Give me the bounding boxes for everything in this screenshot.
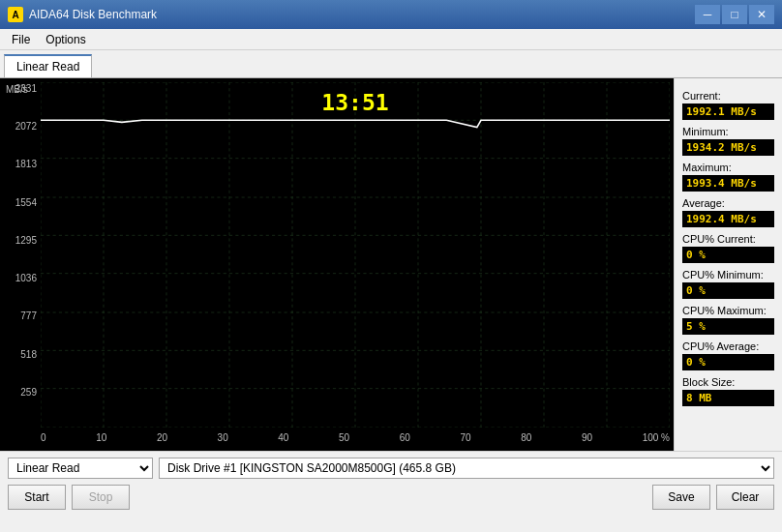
average-value: 1992.4 MB/s [682,211,774,227]
cpu-current-label: CPU% Current: [682,233,774,245]
right-panel: Current: 1992.1 MB/s Minimum: 1934.2 MB/… [674,78,782,451]
cpu-minimum-label: CPU% Minimum: [682,269,774,281]
close-button[interactable]: ✕ [749,5,774,24]
cpu-average-value: 0 % [682,354,774,370]
chart-area: MB/s 259 518 777 1036 1295 1554 1813 207… [0,78,674,451]
x-label-50: 50 [339,432,349,443]
cpu-minimum-value: 0 % [682,282,774,299]
stop-button[interactable]: Stop [72,485,130,510]
x-axis-labels: 0 10 20 30 40 50 60 70 80 90 100 % [41,428,670,447]
x-label-80: 80 [521,432,531,443]
x-label-10: 10 [96,432,106,443]
minimum-label: Minimum: [682,126,774,137]
x-label-100: 100 % [643,432,670,443]
x-label-0: 0 [41,432,46,443]
x-label-20: 20 [157,432,167,443]
x-label-60: 60 [400,432,410,443]
y-label-2331: 2331 [4,84,41,94]
y-label-1554: 1554 [4,198,41,208]
start-button[interactable]: Start [8,485,66,510]
x-label-70: 70 [460,432,470,443]
block-size-label: Block Size: [682,376,774,388]
tab-bar: Linear Read [0,50,782,78]
current-value: 1992.1 MB/s [682,103,774,120]
cpu-average-label: CPU% Average: [682,340,774,352]
chart-svg: 13:51 [41,82,670,428]
minimum-value: 1934.2 MB/s [682,139,774,156]
menu-options[interactable]: Options [38,31,93,48]
main-area: MB/s 259 518 777 1036 1295 1554 1813 207… [0,78,782,451]
bottom-row1: Linear Read Random Read Buffered Read Av… [8,458,774,479]
test-select[interactable]: Linear Read Random Read Buffered Read Av… [8,458,153,479]
title-controls: ─ □ ✕ [695,5,774,24]
cpu-current-value: 0 % [682,247,774,263]
svg-text:13:51: 13:51 [321,90,388,115]
menu-bar: File Options [0,29,782,50]
clear-button[interactable]: Clear [716,485,774,510]
maximum-value: 1993.4 MB/s [682,175,774,192]
x-label-40: 40 [278,432,288,443]
block-size-value: 8 MB [682,390,774,406]
y-label-777: 777 [4,311,41,321]
maximum-label: Maximum: [682,162,774,173]
y-label-259: 259 [4,388,41,398]
current-label: Current: [682,90,774,102]
y-axis-labels: 259 518 777 1036 1295 1554 1813 2072 233… [4,82,41,428]
average-label: Average: [682,197,774,209]
cpu-maximum-label: CPU% Maximum: [682,305,774,316]
chart-inner: MB/s 259 518 777 1036 1295 1554 1813 207… [4,82,670,447]
save-button[interactable]: Save [652,485,710,510]
title-text: AIDA64 Disk Benchmark [29,8,695,21]
bottom-row2: Start Stop Save Clear [8,485,774,510]
cpu-maximum-value: 5 % [682,318,774,335]
chart-canvas: 13:51 [41,82,670,428]
menu-file[interactable]: File [4,31,38,48]
y-label-1036: 1036 [4,274,41,283]
x-label-90: 90 [582,432,592,443]
tab-linear-read[interactable]: Linear Read [4,54,92,77]
y-label-518: 518 [4,350,41,360]
app-icon: A [8,7,23,22]
maximize-button[interactable]: □ [722,5,747,24]
title-bar: A AIDA64 Disk Benchmark ─ □ ✕ [0,0,782,29]
y-label-2072: 2072 [4,122,41,132]
bottom-controls: Linear Read Random Read Buffered Read Av… [0,451,782,516]
disk-select[interactable]: Disk Drive #1 [KINGSTON SA2000M8500G] (4… [159,458,774,479]
y-label-1813: 1813 [4,160,41,169]
x-label-30: 30 [218,432,228,443]
minimize-button[interactable]: ─ [695,5,720,24]
y-label-1295: 1295 [4,236,41,246]
